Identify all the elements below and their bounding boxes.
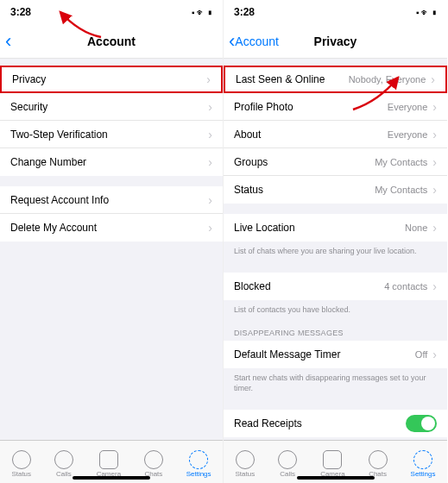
nav-bar: ‹ Account Privacy — [224, 24, 447, 59]
tab-status[interactable]: Status — [235, 450, 255, 478]
tab-label: Calls — [56, 470, 72, 478]
tab-settings[interactable]: Settings — [411, 450, 436, 478]
row-security[interactable]: Security› — [0, 93, 223, 121]
chevron-right-icon: › — [432, 348, 437, 361]
row-about[interactable]: AboutEveryone› — [224, 121, 447, 148]
footer-read-receipts: If you turn off read receipts, you won't… — [224, 437, 447, 440]
chevron-right-icon: › — [432, 129, 437, 141]
row-delete-my-account[interactable]: Delete My Account› — [0, 214, 223, 242]
row-default-timer[interactable]: Default Message Timer Off › — [224, 341, 447, 368]
settings-group-1: Privacy›Security›Two-Step Verification›C… — [0, 66, 223, 176]
status-time: 3:28 — [10, 6, 31, 18]
row-label: Two-Step Verification — [10, 129, 203, 141]
chevron-right-icon: › — [208, 194, 212, 206]
tab-calls[interactable]: Calls — [54, 450, 73, 478]
phone-account: 3:28 ▪ ᯤ ▮ ‹ Account Privacy›Security›Tw… — [0, 0, 224, 483]
chevron-right-icon: › — [208, 129, 212, 141]
row-change-number[interactable]: Change Number› — [0, 148, 223, 176]
status-indicators: ▪ ᯤ ▮ — [192, 8, 212, 17]
content-scroll[interactable]: Privacy›Security›Two-Step Verification›C… — [0, 59, 223, 440]
chevron-right-icon: › — [208, 156, 212, 168]
tab-camera[interactable]: Camera — [97, 450, 121, 478]
row-label: Status — [234, 184, 375, 196]
row-live-location[interactable]: Live Location None › — [224, 214, 447, 242]
blocked-group: Blocked 4 contacts › — [224, 273, 447, 300]
status-bar: 3:28 ▪ ᯤ ▮ — [0, 0, 223, 24]
tab-label: Settings — [186, 470, 211, 478]
back-button[interactable]: ‹ Account — [229, 30, 279, 53]
toggle-read-receipts[interactable] — [406, 415, 437, 432]
settings-icon — [413, 450, 432, 469]
status-indicators: ▪ ᯤ ▮ — [416, 8, 437, 17]
row-last-seen-online[interactable]: Last Seen & OnlineNobody, Everyone› — [224, 66, 447, 93]
tab-label: Status — [235, 470, 255, 478]
tab-label: Status — [11, 470, 31, 478]
content-scroll[interactable]: Last Seen & OnlineNobody, Everyone›Profi… — [224, 59, 447, 440]
tab-chats[interactable]: Chats — [144, 450, 163, 478]
back-button[interactable]: ‹ — [5, 30, 11, 53]
row-value: Nobody, Everyone — [349, 74, 426, 85]
live-location-group: Live Location None › — [224, 214, 447, 242]
tab-status[interactable]: Status — [11, 450, 31, 478]
row-groups[interactable]: GroupsMy Contacts› — [224, 148, 447, 176]
row-value: My Contacts — [375, 157, 427, 167]
row-blocked[interactable]: Blocked 4 contacts › — [224, 273, 447, 300]
footer-default-timer: Start new chats with disappearing messag… — [224, 368, 447, 398]
chevron-right-icon: › — [432, 156, 437, 168]
row-privacy[interactable]: Privacy› — [0, 66, 223, 93]
chevron-left-icon: ‹ — [229, 30, 235, 53]
chevron-right-icon: › — [206, 73, 211, 85]
row-two-step-verification[interactable]: Two-Step Verification› — [0, 121, 223, 148]
row-read-receipts[interactable]: Read Receipts — [224, 410, 447, 437]
status-icon — [12, 450, 31, 469]
page-title: Account — [0, 34, 223, 48]
nav-bar: ‹ Account — [0, 24, 223, 59]
phone-privacy: 3:28 ▪ ᯤ ▮ ‹ Account Privacy Last Seen &… — [224, 0, 447, 483]
row-label: Live Location — [234, 222, 405, 234]
status-time: 3:28 — [234, 6, 255, 18]
chevron-right-icon: › — [432, 280, 437, 292]
chats-icon — [369, 450, 388, 469]
chats-icon — [144, 450, 163, 469]
disappearing-group: Default Message Timer Off › — [224, 341, 447, 368]
row-value: 4 contacts — [384, 281, 427, 292]
home-indicator — [73, 476, 150, 480]
row-request-account-info[interactable]: Request Account Info› — [0, 186, 223, 214]
settings-group-2: Request Account Info›Delete My Account› — [0, 186, 223, 242]
row-label: Default Message Timer — [234, 348, 415, 361]
read-receipts-group: Read Receipts — [224, 410, 447, 437]
home-indicator — [297, 476, 375, 480]
chevron-right-icon: › — [432, 184, 437, 196]
calls-icon — [54, 450, 73, 469]
settings-icon — [189, 450, 208, 469]
camera-icon — [323, 450, 342, 469]
row-value: None — [405, 223, 427, 233]
tab-settings[interactable]: Settings — [186, 450, 211, 478]
row-label: Blocked — [234, 280, 384, 292]
tab-camera[interactable]: Camera — [320, 450, 344, 478]
row-label: Last Seen & Online — [236, 73, 349, 85]
tab-calls[interactable]: Calls — [278, 450, 297, 478]
chevron-right-icon: › — [432, 101, 437, 113]
row-label: Change Number — [10, 156, 203, 168]
row-label: Read Receipts — [234, 417, 406, 430]
back-label: Account — [235, 34, 279, 48]
row-value: My Contacts — [375, 185, 427, 195]
chevron-right-icon: › — [208, 222, 212, 234]
row-label: Groups — [234, 156, 375, 168]
camera-icon — [99, 450, 118, 469]
chevron-left-icon: ‹ — [5, 30, 11, 53]
chevron-right-icon: › — [432, 222, 437, 234]
row-value: Everyone — [388, 129, 427, 140]
chevron-right-icon: › — [208, 101, 212, 113]
chevron-right-icon: › — [431, 73, 435, 85]
row-status[interactable]: StatusMy Contacts› — [224, 176, 447, 204]
row-label: Request Account Info — [10, 194, 203, 206]
status-icon — [236, 450, 255, 469]
tab-chats[interactable]: Chats — [369, 450, 388, 478]
tab-label: Settings — [411, 470, 436, 478]
privacy-group-1: Last Seen & OnlineNobody, Everyone›Profi… — [224, 66, 447, 204]
row-profile-photo[interactable]: Profile PhotoEveryone› — [224, 93, 447, 121]
row-value: Off — [415, 349, 427, 360]
tab-label: Calls — [280, 470, 295, 478]
